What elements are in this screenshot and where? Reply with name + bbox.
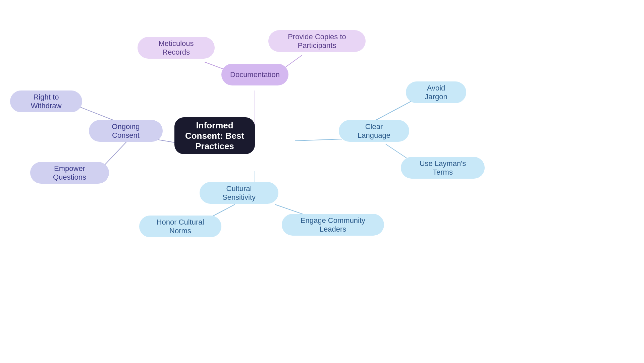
ongoing-consent-node: Ongoing Consent <box>89 120 163 142</box>
right-to-withdraw-node: Right to Withdraw <box>10 90 82 112</box>
documentation-node: Documentation <box>221 64 288 85</box>
cultural-sensitivity-node: Cultural Sensitivity <box>200 182 278 204</box>
provide-copies-node: Provide Copies to Participants <box>268 30 366 52</box>
avoid-jargon-node: Avoid Jargon <box>406 81 466 103</box>
engage-community-leaders-node: Engage Community Leaders <box>282 214 384 236</box>
svg-line-6 <box>295 139 342 141</box>
meticulous-records-node: Meticulous Records <box>138 37 215 59</box>
empower-questions-node: Empower Questions <box>30 162 109 184</box>
use-laymans-terms-node: Use Layman's Terms <box>401 157 485 179</box>
center-node: Informed Consent: Best Practices <box>174 117 255 154</box>
honor-cultural-norms-node: Honor Cultural Norms <box>139 216 221 237</box>
clear-language-node: Clear Language <box>339 120 409 142</box>
